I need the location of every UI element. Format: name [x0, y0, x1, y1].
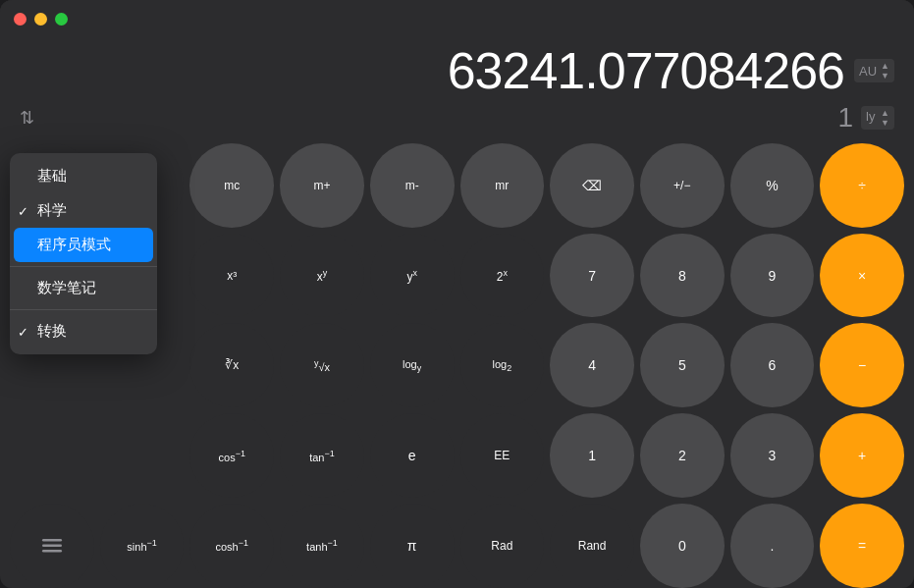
titlebar — [0, 0, 914, 37]
science-checkmark: ✓ — [18, 203, 28, 218]
9-button[interactable]: 9 — [730, 234, 815, 318]
e-button[interactable]: e — [370, 413, 455, 498]
menu-divider — [10, 266, 157, 267]
menu-item-convert-label: 转换 — [37, 322, 67, 339]
mplus-button[interactable]: m+ — [280, 143, 364, 228]
traffic-lights — [14, 13, 68, 26]
2powx-button[interactable]: 2x — [460, 234, 545, 318]
multiply-button[interactable]: × — [820, 234, 904, 318]
logy-button[interactable]: logy — [370, 323, 455, 407]
xcubed-button[interactable]: x³ — [189, 234, 274, 318]
atan-button[interactable]: tan−1 — [280, 413, 364, 498]
main-unit-label[interactable]: AU ▲▼ — [854, 59, 894, 82]
dropdown-menu: 基础 ✓ 科学 程序员模式 数学笔记 ✓ 转换 — [10, 153, 157, 354]
menu-item-mathpad-label: 数学笔记 — [37, 279, 96, 295]
svg-rect-0 — [42, 539, 62, 542]
percent-button[interactable]: % — [730, 143, 815, 228]
menu-item-programmer[interactable]: 程序员模式 — [14, 228, 153, 262]
svg-rect-1 — [42, 544, 62, 547]
rad-button[interactable]: Rad — [460, 504, 545, 588]
rand-button[interactable]: Rand — [550, 504, 634, 588]
backspace-button[interactable]: ⌫ — [550, 143, 634, 228]
6-button[interactable]: 6 — [730, 323, 815, 407]
close-button[interactable] — [14, 13, 27, 26]
pi-button[interactable]: π — [370, 504, 455, 588]
menu-item-basic-label: 基础 — [37, 167, 67, 184]
8-button[interactable]: 8 — [640, 234, 725, 318]
menu-item-science-label: 科学 — [37, 201, 67, 218]
menu-item-programmer-label: 程序员模式 — [37, 236, 111, 252]
ythroot-button[interactable]: y√x — [280, 323, 364, 407]
maximize-button[interactable] — [55, 13, 68, 26]
menu-item-mathpad[interactable]: 数学笔记 — [10, 271, 157, 305]
atanh-button[interactable]: tanh−1 — [280, 504, 364, 588]
divide-button[interactable]: ÷ — [820, 143, 904, 228]
0-button[interactable]: 0 — [640, 504, 725, 588]
1-button[interactable]: 1 — [550, 413, 634, 498]
cbrt-button[interactable]: ∛x — [189, 323, 274, 407]
secondary-display: 1 — [837, 102, 853, 134]
svg-rect-2 — [42, 550, 62, 553]
menu-button[interactable] — [10, 504, 94, 588]
buttons-area: ( ) mc m+ m- mr ⌫ +/− % ÷ x³ xy yx 2x 7 … — [0, 139, 914, 588]
mc-button[interactable]: mc — [189, 143, 274, 228]
menu-divider-2 — [10, 309, 157, 310]
7-button[interactable]: 7 — [550, 234, 634, 318]
unit-control[interactable]: AU ▲▼ — [854, 59, 894, 82]
xpowy-button[interactable]: xy — [280, 234, 364, 318]
5-button[interactable]: 5 — [640, 323, 725, 407]
button-row-5: sinh−1 cosh−1 tanh−1 π Rad Rand 0 . = — [10, 504, 904, 588]
minimize-button[interactable] — [34, 13, 47, 26]
minus-button[interactable]: − — [820, 323, 904, 407]
convert-checkmark: ✓ — [18, 324, 28, 339]
log2-button[interactable]: log2 — [460, 323, 545, 407]
decimal-button[interactable]: . — [730, 504, 815, 588]
menu-item-convert[interactable]: ✓ 转换 — [10, 314, 157, 348]
plus-button[interactable]: + — [820, 413, 904, 498]
plusminus-button[interactable]: +/− — [640, 143, 725, 228]
display-area: 63241.077084266 AU ▲▼ ⇅ 1 ly ▲▼ — [0, 37, 914, 139]
menu-item-science[interactable]: ✓ 科学 — [10, 193, 157, 228]
sort-icon[interactable]: ⇅ — [20, 107, 34, 129]
asinh-button[interactable]: sinh−1 — [100, 504, 185, 588]
ee-button[interactable]: EE — [460, 413, 545, 498]
3-button[interactable]: 3 — [730, 413, 815, 498]
mr-button[interactable]: mr — [460, 143, 545, 228]
2-button[interactable]: 2 — [640, 413, 725, 498]
ypowx-button[interactable]: yx — [370, 234, 455, 318]
button-row-4: cos−1 tan−1 e EE 1 2 3 + — [10, 413, 904, 498]
menu-item-basic[interactable]: 基础 — [10, 159, 157, 193]
4-button[interactable]: 4 — [550, 323, 634, 407]
main-display: 63241.077084266 — [20, 41, 844, 100]
calculator-window: 63241.077084266 AU ▲▼ ⇅ 1 ly ▲▼ — [0, 0, 914, 588]
acos-button[interactable]: cos−1 — [189, 413, 274, 498]
acosh-button[interactable]: cosh−1 — [189, 504, 274, 588]
mminus-button[interactable]: m- — [370, 143, 455, 228]
secondary-unit-label[interactable]: ly ▲▼ — [861, 106, 894, 130]
equals-button[interactable]: = — [820, 504, 904, 588]
